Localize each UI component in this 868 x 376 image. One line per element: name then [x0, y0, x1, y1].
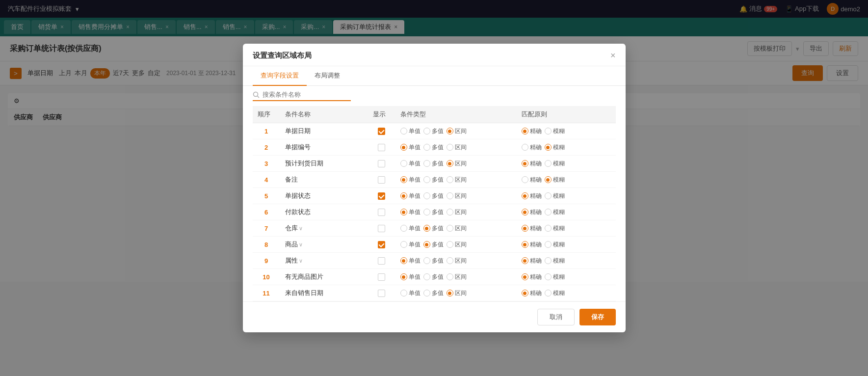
row-order: 10	[253, 269, 280, 282]
radio-label: 多值	[432, 208, 444, 216]
type-radio-单值[interactable]: 单值	[400, 143, 421, 152]
type-radio-单值[interactable]: 单值	[400, 127, 421, 135]
radio-label: 模糊	[553, 160, 565, 168]
radio-label: 模糊	[553, 208, 565, 216]
th-name: 条件名称	[280, 106, 368, 123]
row-match: 精确模糊	[517, 188, 616, 204]
type-radio-多值[interactable]: 多值	[423, 208, 444, 216]
radio-indicator	[447, 192, 453, 199]
type-radio-多值[interactable]: 多值	[423, 176, 444, 184]
type-radio-区间[interactable]: 区间	[447, 208, 467, 216]
radio-label: 多值	[432, 143, 444, 152]
display-checkbox[interactable]	[378, 160, 385, 167]
match-radio-精确[interactable]: 精确	[522, 176, 542, 184]
type-radio-多值[interactable]: 多值	[423, 160, 444, 168]
type-radio-多值[interactable]: 多值	[423, 127, 444, 135]
radio-indicator	[423, 176, 430, 183]
display-checkbox[interactable]	[378, 192, 385, 200]
row-display[interactable]	[368, 269, 395, 282]
match-radio-精确[interactable]: 精确	[522, 273, 542, 281]
display-checkbox[interactable]	[378, 241, 385, 248]
type-radio-单值[interactable]: 单值	[400, 208, 421, 216]
row-type: 单值多值区间	[395, 220, 517, 237]
match-radio-模糊[interactable]: 模糊	[545, 208, 565, 216]
radio-label: 模糊	[553, 176, 565, 184]
match-radio-模糊[interactable]: 模糊	[545, 257, 565, 265]
type-radio-多值[interactable]: 多值	[423, 241, 444, 249]
match-radio-模糊[interactable]: 模糊	[545, 176, 565, 184]
radio-label: 单值	[409, 160, 421, 168]
type-radio-区间[interactable]: 区间	[447, 127, 467, 135]
match-radio-模糊[interactable]: 模糊	[545, 224, 565, 233]
match-radio-模糊[interactable]: 模糊	[545, 241, 565, 249]
display-checkbox[interactable]	[378, 144, 385, 151]
display-checkbox[interactable]	[378, 128, 385, 135]
row-display[interactable]	[368, 237, 395, 253]
type-radio-多值[interactable]: 多值	[423, 192, 444, 200]
type-radio-区间[interactable]: 区间	[447, 143, 467, 152]
type-radio-多值[interactable]: 多值	[423, 257, 444, 265]
row-display[interactable]	[368, 139, 395, 156]
row-display[interactable]	[368, 220, 395, 237]
search-input[interactable]	[263, 91, 341, 98]
display-checkbox[interactable]	[378, 176, 385, 184]
dialog-close-button[interactable]: ×	[610, 51, 616, 61]
row-match: 精确模糊	[517, 204, 616, 220]
match-radio-模糊[interactable]: 模糊	[545, 127, 565, 135]
match-radio-精确[interactable]: 精确	[522, 241, 542, 249]
radio-indicator	[522, 192, 528, 199]
row-display[interactable]	[368, 188, 395, 204]
type-radio-单值[interactable]: 单值	[400, 257, 421, 265]
radio-indicator	[423, 241, 430, 248]
type-radio-单值[interactable]: 单值	[400, 192, 421, 200]
type-radio-区间[interactable]: 区间	[447, 224, 467, 233]
type-radio-单值[interactable]: 单值	[400, 273, 421, 281]
match-radio-模糊[interactable]: 模糊	[545, 273, 565, 281]
row-display[interactable]	[368, 156, 395, 172]
type-radio-区间[interactable]: 区间	[447, 241, 467, 249]
type-radio-单值[interactable]: 单值	[400, 160, 421, 168]
match-radio-模糊[interactable]: 模糊	[545, 192, 565, 200]
match-radio-精确[interactable]: 精确	[522, 143, 542, 152]
type-radio-单值[interactable]: 单值	[400, 176, 421, 184]
radio-indicator	[545, 192, 552, 199]
match-radio-精确[interactable]: 精确	[522, 257, 542, 265]
match-radio-精确[interactable]: 精确	[522, 192, 542, 200]
display-checkbox[interactable]	[378, 257, 385, 265]
radio-indicator	[400, 225, 407, 232]
type-radio-区间[interactable]: 区间	[447, 257, 467, 265]
type-radio-多值[interactable]: 多值	[423, 273, 444, 281]
display-checkbox[interactable]	[378, 225, 385, 232]
row-display[interactable]	[368, 123, 395, 139]
match-radio-精确[interactable]: 精确	[522, 127, 542, 135]
radio-indicator	[545, 128, 552, 134]
dialog-tab-query-fields[interactable]: 查询字段设置	[253, 66, 307, 86]
match-radio-精确[interactable]: 精确	[522, 224, 542, 233]
match-radio-精确[interactable]: 精确	[522, 208, 542, 216]
type-radio-多值[interactable]: 多值	[423, 224, 444, 233]
dialog-tab-layout[interactable]: 布局调整	[307, 66, 348, 86]
type-radio-group: 单值多值区间	[400, 273, 512, 281]
type-radio-多值[interactable]: 多值	[423, 143, 444, 152]
row-display[interactable]	[368, 172, 395, 188]
type-radio-单值[interactable]: 单值	[400, 224, 421, 233]
match-radio-精确[interactable]: 精确	[522, 160, 542, 168]
match-radio-模糊[interactable]: 模糊	[545, 160, 565, 168]
type-radio-区间[interactable]: 区间	[447, 160, 467, 168]
type-radio-group: 单值多值区间	[400, 160, 512, 168]
chevron-down-icon: ∨	[299, 225, 303, 231]
type-radio-区间[interactable]: 区间	[447, 176, 467, 184]
type-radio-区间[interactable]: 区间	[447, 192, 467, 200]
radio-label: 多值	[432, 241, 444, 249]
display-checkbox[interactable]	[378, 273, 385, 281]
row-name: 付款状态	[280, 204, 368, 220]
radio-label: 多值	[432, 127, 444, 135]
radio-label: 模糊	[553, 192, 565, 200]
type-radio-单值[interactable]: 单值	[400, 241, 421, 249]
type-radio-区间[interactable]: 区间	[447, 273, 467, 281]
radio-label: 单值	[409, 143, 421, 152]
row-display[interactable]	[368, 253, 395, 269]
row-display[interactable]	[368, 204, 395, 220]
match-radio-模糊[interactable]: 模糊	[545, 143, 565, 152]
display-checkbox[interactable]	[378, 209, 385, 216]
